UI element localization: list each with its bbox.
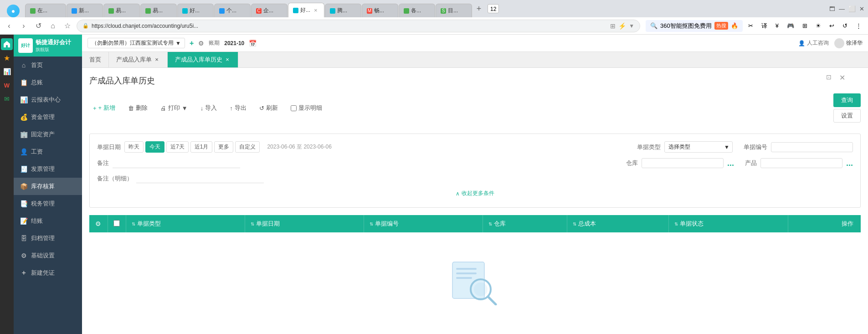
address-dropdown-icon[interactable]: ▼: [629, 23, 634, 29]
page-tab-list[interactable]: 产成品入库单 ×: [109, 52, 168, 67]
export-button[interactable]: ↑ 导出: [226, 102, 250, 114]
page-panel-expand[interactable]: ⊡: [826, 73, 832, 81]
address-bar[interactable]: 🔒 https://cloud.chanjet.com/accounting/u…: [77, 20, 640, 32]
scissors-toolbar-btn[interactable]: ✂: [745, 21, 756, 31]
sun-toolbar-btn[interactable]: ☀: [813, 21, 824, 31]
icon-sidebar-weibo[interactable]: W: [1, 79, 13, 91]
page-tab-history-close[interactable]: ×: [224, 57, 231, 63]
product-input[interactable]: [760, 158, 842, 168]
date-btn-7days[interactable]: 近7天: [166, 141, 189, 153]
page-tab-home[interactable]: 首页: [82, 52, 109, 67]
icon-sidebar-home[interactable]: [1, 38, 13, 50]
tab-zaiyun[interactable]: 在...: [25, 4, 66, 17]
page-panel-close[interactable]: ✕: [839, 73, 845, 82]
select-all-checkbox[interactable]: [113, 220, 120, 226]
sidebar-item-inventory[interactable]: 📦 库存核算: [14, 178, 82, 195]
search-toolbar-area[interactable]: 🔍 360智能抠图免费用 热搜 🔥: [646, 20, 743, 32]
game-toolbar-btn[interactable]: 🎮: [784, 21, 797, 31]
tab-close-icon[interactable]: ×: [314, 7, 318, 14]
lightning-icon[interactable]: ⚡: [618, 22, 626, 30]
gear-settings-icon[interactable]: ⚙: [95, 220, 101, 227]
sidebar-item-ledger[interactable]: 📋 总账: [14, 74, 82, 91]
sidebar-item-payroll[interactable]: 👤 工资: [14, 143, 82, 160]
display-detail-checkbox-area[interactable]: 显示明细: [287, 102, 326, 114]
query-button[interactable]: 查询: [833, 93, 861, 107]
company-settings-button[interactable]: ⚙: [198, 40, 204, 47]
delete-button[interactable]: 🗑 删除: [124, 102, 151, 114]
icon-sidebar-star[interactable]: ★: [1, 52, 13, 64]
icon-sidebar-mail[interactable]: ✉: [1, 93, 13, 105]
home-browser-button[interactable]: ⌂: [47, 21, 58, 31]
sidebar-item-report[interactable]: 📊 云报表中心: [14, 91, 82, 108]
sort-total-cost-icon[interactable]: ⇅: [573, 221, 576, 226]
table-header-gear[interactable]: ⚙: [89, 215, 108, 232]
user-service-button[interactable]: 👤 人工咨询: [798, 39, 829, 47]
sidebar-item-archive[interactable]: 🗄 归档管理: [14, 230, 82, 247]
sidebar-item-settings[interactable]: ⚙ 基础设置: [14, 247, 82, 264]
table-header-doc-type[interactable]: ⇅ 单据类型: [126, 215, 245, 232]
sidebar-item-tax[interactable]: 📑 税务管理: [14, 195, 82, 212]
sidebar-item-checkout[interactable]: 📝 结账: [14, 212, 82, 230]
date-btn-yesterday[interactable]: 昨天: [124, 141, 144, 153]
page-tab-history[interactable]: 产成品入库单历史 ×: [168, 52, 238, 67]
close-window-icon[interactable]: ✕: [859, 5, 864, 12]
doc-number-input[interactable]: [771, 142, 853, 152]
tab-hao2-active[interactable]: 好... ×: [288, 3, 324, 17]
table-header-doc-status[interactable]: ⇅ 单据状态: [669, 215, 788, 232]
icon-sidebar-chart[interactable]: 📊: [1, 66, 13, 77]
tab-new[interactable]: 新...: [67, 4, 103, 17]
refresh2-toolbar-btn[interactable]: ↺: [840, 21, 850, 31]
date-btn-custom[interactable]: 自定义: [235, 141, 260, 153]
sort-doc-status-icon[interactable]: ⇅: [674, 221, 678, 226]
user-avatar-button[interactable]: 徐泽华: [834, 38, 863, 48]
doc-type-select[interactable]: 选择类型 ▼: [664, 141, 733, 153]
sort-doc-number-icon[interactable]: ⇅: [370, 221, 373, 226]
warehouse-more-icon[interactable]: ...: [727, 159, 734, 168]
date-btn-more[interactable]: 更多: [214, 141, 233, 153]
sidebar-item-assets[interactable]: 🏢 固定资产: [14, 126, 82, 143]
import-button[interactable]: ↓ 导入: [197, 102, 221, 114]
remark-detail-input[interactable]: [136, 174, 264, 183]
maximize-window-icon[interactable]: ⬜: [848, 5, 856, 12]
sidebar-item-invoice[interactable]: 🧾 发票管理: [14, 160, 82, 178]
table-header-warehouse[interactable]: ⇅ 仓库: [483, 215, 567, 232]
sort-doc-date-icon[interactable]: ⇅: [251, 221, 254, 226]
settings-filter-button[interactable]: 设置: [833, 109, 861, 123]
tab-chang[interactable]: M 畅...: [362, 4, 398, 17]
tab-qi[interactable]: C 企...: [251, 4, 288, 17]
sidebar-item-funds[interactable]: 💰 资金管理: [14, 108, 82, 126]
back2-toolbar-btn[interactable]: ↩: [827, 21, 837, 31]
warehouse-input[interactable]: [642, 158, 724, 168]
tab-hao1[interactable]: 好...: [177, 4, 214, 17]
forward-button[interactable]: ›: [18, 21, 29, 31]
grid-toolbar-btn[interactable]: ⊞: [800, 21, 810, 31]
collapse-button[interactable]: ∧ 收起更多条件: [448, 187, 502, 200]
product-more-icon[interactable]: ...: [846, 159, 853, 168]
sidebar-item-home[interactable]: ⌂ 首页: [14, 57, 82, 74]
table-header-doc-date[interactable]: ⇅ 单据日期: [245, 215, 364, 232]
print-dropdown-icon[interactable]: ▼: [182, 105, 188, 112]
table-header-doc-number[interactable]: ⇅ 单据编号: [364, 215, 483, 232]
date-btn-today[interactable]: 今天: [145, 141, 164, 153]
tab-add-button[interactable]: +: [473, 2, 485, 15]
restore-window-icon[interactable]: 🗔: [829, 5, 835, 12]
tab-ge[interactable]: 个...: [214, 4, 251, 17]
tab-mu[interactable]: S 目...: [436, 4, 472, 17]
sidebar-item-new-voucher[interactable]: ＋ 新建凭证: [14, 264, 82, 282]
currency-toolbar-btn[interactable]: ¥: [773, 21, 781, 31]
tab-ge2[interactable]: 各...: [399, 4, 435, 17]
add-company-button[interactable]: +: [190, 39, 194, 47]
add-button[interactable]: + + 新增: [89, 102, 119, 114]
apps-icon[interactable]: ⊞: [610, 22, 616, 30]
table-header-checkbox[interactable]: [108, 215, 126, 232]
company-selector[interactable]: （勿删勿禁用）江西服宝测试专用 ▼: [87, 38, 185, 48]
sort-doc-type-icon[interactable]: ⇅: [132, 221, 135, 226]
sort-warehouse-icon[interactable]: ⇅: [488, 221, 492, 226]
date-btn-1month[interactable]: 近1月: [190, 141, 213, 153]
calendar-icon[interactable]: 📅: [249, 40, 257, 47]
display-detail-checkbox[interactable]: [291, 105, 297, 111]
tab-yi1[interactable]: 易...: [103, 4, 140, 17]
bookmark-button[interactable]: ☆: [62, 21, 73, 31]
refresh-browser-button[interactable]: ↺: [33, 21, 44, 31]
translate-toolbar-btn[interactable]: 译: [759, 21, 770, 31]
